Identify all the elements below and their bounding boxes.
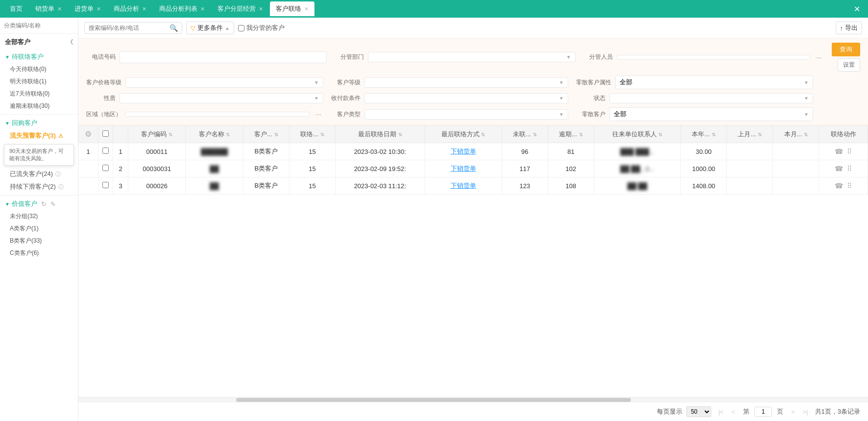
sidebar-item-tomorrow[interactable]: 明天待联络(1)	[0, 75, 78, 88]
more-filter-button[interactable]: ▽ 更多条件 ▲	[186, 22, 234, 34]
col-last-month[interactable]: 上月... ⇅	[727, 125, 773, 143]
col-this-month[interactable]: 本月... ⇅	[773, 125, 819, 143]
tab-home[interactable]: 首页	[4, 1, 28, 16]
person-select[interactable]	[617, 55, 811, 60]
row-3-unit-contact: ██ ██	[594, 177, 680, 195]
tab-sales[interactable]: 销货单 ✕	[29, 1, 68, 16]
zero-attr-select[interactable]: 全部 ▼	[615, 75, 813, 89]
row-3-checkbox[interactable]	[98, 177, 113, 195]
close-icon[interactable]: ✕	[57, 6, 62, 12]
page-input[interactable]	[754, 407, 772, 417]
edit-icon[interactable]: ✎	[50, 200, 56, 208]
sidebar-item-ungroup[interactable]: 未分组(32)	[0, 210, 78, 223]
tab-purchase[interactable]: 进货单 ✕	[69, 1, 107, 16]
more-action-icon[interactable]: ⠿	[847, 165, 852, 173]
contact-icon[interactable]: ☎	[835, 165, 843, 173]
dept-select[interactable]: ▼	[368, 52, 575, 62]
my-customer-checkbox[interactable]	[238, 25, 244, 31]
sidebar-group-churn[interactable]: ▼ 回购客户	[0, 117, 78, 129]
tab-customer-link[interactable]: 客户联络 ✕	[270, 1, 314, 16]
sidebar-item-overdue[interactable]: 逾期未联络(30)	[0, 100, 78, 112]
col-last-way[interactable]: 最后联络方式 ⇅	[425, 125, 502, 143]
row-1-last-way[interactable]: 下销货单	[425, 143, 502, 160]
col-this-year[interactable]: 本年... ⇅	[681, 125, 727, 143]
first-page-icon[interactable]: |<	[715, 407, 726, 417]
col-contact[interactable]: 联络... ⇅	[289, 125, 335, 143]
sidebar-item-b-class[interactable]: B类客户(33)	[0, 235, 78, 247]
last-page-icon[interactable]: >|	[800, 407, 811, 417]
tab-analysis[interactable]: 商品分析 ✕	[108, 1, 152, 16]
row-3-last-way[interactable]: 下销货单	[425, 177, 502, 195]
sidebar-item-churn-risk[interactable]: 流失预警客户(3) ⚠	[0, 129, 78, 142]
close-icon[interactable]: ✕	[142, 6, 146, 12]
payment-select[interactable]: ▼	[364, 93, 568, 103]
close-all-icon[interactable]: ✕	[850, 4, 864, 14]
sidebar-item-today[interactable]: 今天待联络(0)	[0, 63, 78, 75]
row-2-checkbox[interactable]	[98, 160, 113, 177]
price-level-select[interactable]: ▼	[125, 77, 323, 88]
zero-customer-select[interactable]: 全部 ▼	[609, 107, 813, 121]
close-icon[interactable]: ✕	[96, 6, 101, 12]
sidebar-group-value[interactable]: ▼ 价值客户 ↻ ✎	[0, 198, 78, 210]
all-customer-header[interactable]: 全部客户 《	[0, 34, 78, 50]
select-all-checkbox[interactable]	[102, 130, 109, 137]
settings-button[interactable]: 设置	[838, 58, 860, 72]
contact-icon[interactable]: ☎	[835, 148, 843, 155]
close-icon[interactable]: ✕	[304, 6, 309, 12]
sidebar-item-downgrade[interactable]: 持续下滑客户(2) ⓘ	[0, 180, 78, 193]
page-size-select[interactable]: 50 100 200	[686, 406, 711, 417]
filter-zero-customer: 零散客户 全部 ▼	[576, 107, 813, 121]
filter-dept: 分管部门 ▼	[335, 52, 575, 62]
filter-zero-attr: 零散客户属性 全部 ▼	[576, 75, 813, 89]
next-page-icon[interactable]: >	[788, 407, 798, 417]
scroll-thumb[interactable]	[236, 398, 631, 402]
more-action-icon[interactable]: ⠿	[847, 148, 852, 155]
col-type[interactable]: 客户... ⇅	[243, 125, 289, 143]
customer-level-select[interactable]: ▼	[364, 77, 568, 88]
chevron-icon: ▼	[804, 96, 809, 101]
col-name[interactable]: 客户名称 ⇅	[186, 125, 243, 143]
filter-payment: 收付款条件 ▼	[331, 93, 568, 103]
sidebar-group-pending[interactable]: ▼ 待联络客户	[0, 50, 78, 63]
col-checkbox[interactable]	[98, 125, 113, 143]
col-code[interactable]: 客户编码 ⇅	[128, 125, 186, 143]
sidebar-item-a-class[interactable]: A类客户(1)	[0, 223, 78, 235]
customer-type-select[interactable]: ▼	[364, 109, 568, 120]
sidebar-item-week[interactable]: 近7天待联络(0)	[0, 88, 78, 100]
gender-select[interactable]: ▼	[120, 93, 323, 103]
region-select[interactable]	[125, 112, 310, 117]
row-3-this-month	[773, 177, 819, 195]
col-unit-contact[interactable]: 往来单位联系人 ⇅	[594, 125, 680, 143]
more-action-icon[interactable]: ⠿	[847, 182, 852, 190]
row-2-last-way[interactable]: 下销货单	[425, 160, 502, 177]
sidebar-item-c-class[interactable]: C类客户(6)	[0, 247, 78, 259]
prev-page-icon[interactable]: <	[728, 407, 738, 417]
sidebar-search-input[interactable]	[4, 22, 77, 29]
refresh-icon[interactable]: ↻	[41, 200, 47, 208]
collapse-icon[interactable]: 《	[67, 38, 73, 47]
query-settings-col: 查询 设置	[832, 43, 860, 72]
toolbar-search-icon[interactable]: 🔍	[169, 24, 178, 32]
query-button[interactable]: 查询	[832, 43, 860, 56]
col-overdue[interactable]: 逾期... ⇅	[548, 125, 594, 143]
gear-icon[interactable]: ⚙	[85, 130, 92, 138]
more-icon[interactable]: ···	[814, 53, 824, 61]
sidebar-item-churned[interactable]: 已流失客户(24) ⓘ	[0, 168, 78, 180]
close-icon[interactable]: ✕	[259, 6, 263, 12]
phone-input[interactable]	[120, 51, 327, 63]
my-customer-filter[interactable]: 我分管的客户	[238, 24, 285, 32]
region-more-icon[interactable]: ···	[313, 110, 323, 118]
horizontal-scrollbar[interactable]	[78, 397, 868, 402]
status-select[interactable]: ▼	[609, 93, 813, 103]
search-input[interactable]	[89, 25, 168, 31]
contact-icon[interactable]: ☎	[835, 182, 843, 190]
tab-analysis-list[interactable]: 商品分析列表 ✕	[153, 1, 211, 16]
col-gear[interactable]: ⚙	[78, 125, 98, 143]
col-uncontacted[interactable]: 未联... ⇅	[502, 125, 548, 143]
row-3-action: ☎ ⠿	[819, 177, 868, 195]
close-icon[interactable]: ✕	[200, 6, 205, 12]
row-1-checkbox[interactable]	[98, 143, 113, 160]
export-button[interactable]: ↑ 导出	[836, 22, 863, 34]
tab-customer-tier[interactable]: 客户分层经营 ✕	[212, 1, 269, 16]
col-last-date[interactable]: 最后联络日期 ⇅	[335, 125, 425, 143]
